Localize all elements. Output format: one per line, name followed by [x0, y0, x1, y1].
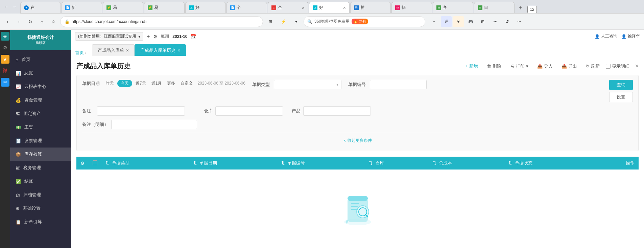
sidebar-item-salary[interactable]: 💵 工资: [10, 120, 71, 134]
col-checkbox[interactable]: [89, 157, 101, 170]
tab-count[interactable]: 12: [527, 6, 537, 13]
query-btn[interactable]: 查询: [609, 80, 633, 90]
page-tab-2[interactable]: 产成品入库单历史 ×: [135, 44, 186, 56]
extension-btn[interactable]: ⊞: [265, 16, 276, 27]
add-btn[interactable]: + 新增: [463, 62, 481, 71]
col-status[interactable]: ⇅ 单据状态: [504, 157, 592, 170]
col-cost[interactable]: ⇅ 总成本: [429, 157, 504, 170]
tab-12[interactable]: S 目: [474, 2, 515, 13]
tab-3[interactable]: ⚡ 易: [103, 2, 143, 13]
more-btn[interactable]: ⋯: [514, 16, 525, 27]
date-btn-custom[interactable]: 自定义: [178, 80, 195, 87]
tab-1[interactable]: ⊕ 在: [20, 2, 61, 13]
power-btn[interactable]: ⚡: [278, 16, 289, 27]
tab-4[interactable]: ⚡ 易: [144, 2, 185, 13]
tab-10[interactable]: M 畅: [391, 2, 432, 13]
dropdown-btn[interactable]: ▾: [291, 16, 302, 27]
sidebar-item-home[interactable]: ⌂ 首页: [10, 53, 71, 66]
col-status-sort-icon: ⇅: [508, 160, 512, 165]
settings-btn[interactable]: 设置: [609, 92, 633, 102]
sidebar-item-report[interactable]: 📈 云报表中心: [10, 80, 71, 93]
col-date[interactable]: ⇅ 单据日期: [189, 157, 277, 170]
detail-remark-input[interactable]: [111, 120, 197, 129]
collapse-btn[interactable]: ∧ 收起更多条件: [82, 135, 633, 146]
translate-btn[interactable]: 译: [441, 16, 452, 27]
col-gear[interactable]: ⚙: [76, 157, 89, 170]
content-close-btn[interactable]: ×: [635, 63, 639, 70]
col-type[interactable]: ⇅ 单据类型: [101, 157, 189, 170]
game-btn[interactable]: 🎮: [465, 16, 476, 27]
refresh-btn[interactable]: ↻ 刷新: [583, 62, 602, 71]
sidebar-item-basic[interactable]: ⚙ 基础设置: [10, 202, 71, 215]
icon-sidebar-email[interactable]: ✉: [1, 78, 9, 87]
icon-sidebar-360[interactable]: ⊕: [1, 32, 9, 41]
number-input[interactable]: [370, 80, 427, 89]
date-btn-1month[interactable]: 近1月: [149, 80, 164, 87]
browser-forward[interactable]: →: [11, 3, 18, 10]
sidebar-item-tax[interactable]: 🏛 税务管理: [10, 161, 71, 175]
import-btn[interactable]: 📥 导入: [534, 62, 555, 71]
brightness-btn[interactable]: ☀: [490, 16, 500, 27]
browser-back[interactable]: ←: [3, 3, 9, 10]
product-select[interactable]: ...: [303, 106, 371, 116]
scissors-btn[interactable]: ✂: [429, 16, 439, 27]
col-warehouse[interactable]: ⇅ 仓库: [365, 157, 428, 170]
date-btn-more[interactable]: 更多: [165, 80, 177, 87]
date-btn-today[interactable]: 今天: [117, 80, 132, 87]
bookmark-btn[interactable]: ☆: [49, 17, 58, 26]
ext-search[interactable]: 🔍 360智能抠图免费用 🔥 热搜: [304, 16, 425, 27]
tab-5[interactable]: ☁ 好: [185, 2, 226, 13]
tab-7[interactable]: C 企 ×: [268, 2, 308, 13]
tab-9[interactable]: 腾 腾: [350, 2, 391, 13]
sidebar-item-invoice[interactable]: 🧾 发票管理: [10, 134, 71, 148]
date-btn-yesterday[interactable]: 昨天: [104, 80, 116, 87]
ai-consult-btn[interactable]: 👤 人工咨询: [595, 33, 617, 39]
tab-8[interactable]: ☁ 好 ×: [309, 2, 350, 13]
breadcrumb-home[interactable]: 首页: [75, 50, 84, 56]
new-tab-btn[interactable]: ＋: [515, 2, 526, 13]
col-number[interactable]: ⇅ 单据编号: [277, 157, 365, 170]
remark-input[interactable]: [97, 106, 185, 116]
page-tab-2-label: 产成品入库单历史: [140, 47, 175, 53]
icon-sidebar-settings[interactable]: ⚙: [1, 43, 9, 52]
delete-btn[interactable]: 🗑 删除: [484, 62, 504, 71]
icon-sidebar-star[interactable]: ★: [1, 55, 9, 64]
home-btn[interactable]: ⌂: [37, 17, 47, 26]
company-settings-btn[interactable]: ⚙: [153, 34, 158, 39]
tab-6[interactable]: 📄 个: [226, 2, 267, 13]
sidebar-item-inventory[interactable]: 📦 库存核算: [10, 148, 71, 161]
icon-sidebar-weibo[interactable]: 微: [1, 66, 9, 75]
export-btn[interactable]: 📤 导出: [559, 62, 580, 71]
page-tab-1-close[interactable]: ×: [126, 48, 129, 53]
sidebar-item-fund[interactable]: 💰 资金管理: [10, 93, 71, 107]
refresh-btn[interactable]: ↻: [26, 17, 35, 26]
tab-2[interactable]: 📄 新: [62, 2, 102, 13]
back-btn[interactable]: ‹: [3, 17, 12, 26]
page-tab-1[interactable]: 产成品入库单 ×: [92, 44, 135, 56]
sidebar-item-settle[interactable]: ✅ 结账: [10, 175, 71, 188]
add-company-btn[interactable]: +: [147, 33, 150, 40]
grid-btn[interactable]: ⊞: [477, 16, 488, 27]
sidebar-item-newbill[interactable]: 📋 新单引导: [10, 215, 71, 229]
page-tab-2-close[interactable]: ×: [177, 48, 180, 53]
company-name: (勿删勿禁用）江西服宝测试专用: [78, 33, 136, 39]
company-selector[interactable]: (勿删勿禁用）江西服宝测试专用 ▾: [75, 32, 143, 41]
print-btn[interactable]: 🖨 打印 ▾: [507, 62, 531, 71]
undo-btn[interactable]: ↺: [502, 16, 512, 27]
calendar-btn[interactable]: 📅: [191, 34, 196, 39]
tab-8-close[interactable]: ×: [343, 5, 346, 10]
sidebar-item-archive[interactable]: 🗂 归档管理: [10, 188, 71, 202]
sidebar-item-ledger[interactable]: 📊 总账: [10, 66, 71, 80]
tab-7-close[interactable]: ×: [302, 5, 305, 10]
yuan-btn[interactable]: ¥: [453, 16, 464, 27]
type-dropdown-icon: ▾: [336, 82, 338, 87]
tab-11[interactable]: ⊞ 各: [433, 2, 473, 13]
forward-btn[interactable]: ›: [14, 17, 24, 26]
sidebar-item-fixed[interactable]: 🏗 固定资产: [10, 107, 71, 120]
type-select[interactable]: ▾: [274, 80, 341, 89]
warehouse-select[interactable]: ...: [215, 106, 283, 116]
select-all-checkbox[interactable]: [93, 160, 97, 165]
date-btn-7days[interactable]: 近7天: [134, 80, 148, 87]
show-columns-check[interactable]: 显示明细: [606, 63, 629, 69]
address-input[interactable]: 🔒 https://cloud.chanjet.com/accounting/u…: [60, 16, 263, 27]
